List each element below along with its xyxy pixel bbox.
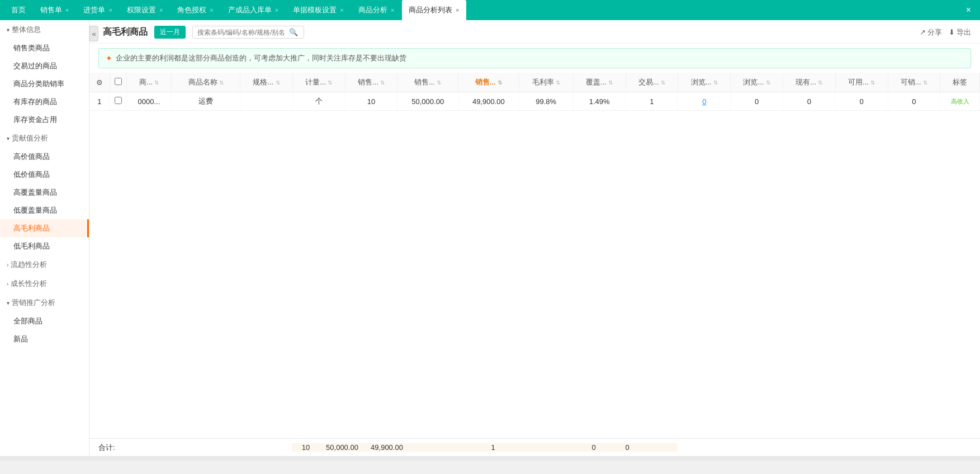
col-coverage: 覆盖... ⇅ xyxy=(573,73,626,92)
nav-close-sales[interactable]: × xyxy=(65,7,69,13)
cell-unit: 个 xyxy=(292,92,345,111)
share-button[interactable]: ↗ 分享 xyxy=(920,27,942,37)
sidebar-item-sales-goods[interactable]: 销售类商品 xyxy=(0,39,89,57)
sidebar-item-high-margin[interactable]: 高毛利商品 xyxy=(0,219,89,237)
sort-sales2-icon[interactable]: ⇅ xyxy=(437,79,441,86)
select-all-checkbox[interactable] xyxy=(115,78,122,85)
footer-available: 0 xyxy=(610,443,644,452)
tip-text: 企业的主要的利润都是这部分商品创造的，可考虑加大推广，同时关注库存是不要出现缺货 xyxy=(116,53,406,63)
table-header-row: ⚙ 商... ⇅ 商品名称 ⇅ xyxy=(89,73,980,92)
sidebar-item-high-value[interactable]: 高价值商品 xyxy=(0,148,89,166)
sidebar-item-low-coverage[interactable]: 低覆盖量商品 xyxy=(0,201,89,219)
sidebar-group-contribution[interactable]: ▾ 贡献值分析 xyxy=(0,129,89,148)
cell-tag: 高收入 xyxy=(940,92,980,111)
nav-product-inbound[interactable]: 产成品入库单 × xyxy=(221,0,285,20)
sort-trade-icon[interactable]: ⇅ xyxy=(661,79,665,86)
sort-name-icon[interactable]: ⇅ xyxy=(219,79,224,86)
row-checkbox[interactable] xyxy=(115,97,122,104)
horizontal-scrollbar[interactable] xyxy=(0,456,980,461)
nav-permission[interactable]: 权限设置 × xyxy=(120,0,169,20)
footer-stock: 0 xyxy=(577,443,610,452)
sort-coverage-icon[interactable]: ⇅ xyxy=(608,79,613,86)
cell-stock: 0 xyxy=(783,92,835,111)
cell-checkbox[interactable] xyxy=(110,92,126,111)
cell-browse1[interactable]: 0 xyxy=(678,92,731,111)
filter-button[interactable]: 近一月 xyxy=(154,26,186,39)
cell-coverage: 1.49% xyxy=(573,92,626,111)
tip-banner: ✦ 企业的主要的利润都是这部分商品创造的，可考虑加大推广，同时关注库存是不要出现… xyxy=(98,48,971,68)
nav-role[interactable]: 角色授权 × xyxy=(171,0,220,20)
sort-code-icon[interactable]: ⇅ xyxy=(154,79,159,86)
export-button[interactable]: ⬇ 导出 xyxy=(949,27,971,37)
cell-name: 运费 xyxy=(172,92,240,111)
nav-product-analysis-list[interactable]: 商品分析列表 × xyxy=(402,0,466,20)
arrow-overall-icon: ▾ xyxy=(7,27,10,33)
arrow-growth-icon: › xyxy=(7,281,8,287)
cell-sales3: 49,900.00 xyxy=(458,92,519,111)
footer-gross xyxy=(409,443,443,452)
nav-home[interactable]: 首页 xyxy=(4,0,32,20)
nav-close-product-inbound[interactable]: × xyxy=(275,7,278,13)
col-settings[interactable]: ⚙ xyxy=(89,73,110,92)
footer-label: 合计: xyxy=(98,443,143,453)
nav-close-purchase[interactable]: × xyxy=(108,7,112,13)
sidebar-collapse-button[interactable]: « xyxy=(89,26,98,41)
nav-close-template[interactable]: × xyxy=(340,7,343,13)
nav-template[interactable]: 单据模板设置 × xyxy=(286,0,350,20)
sidebar-item-low-margin[interactable]: 低毛利商品 xyxy=(0,237,89,255)
sort-sellable-icon[interactable]: ⇅ xyxy=(923,79,927,86)
col-stock: 现有... ⇅ xyxy=(783,73,835,92)
cell-available: 0 xyxy=(835,92,888,111)
sort-sales3-icon[interactable]: ⇅ xyxy=(498,79,502,86)
nav-purchase[interactable]: 进货单 × xyxy=(77,0,119,20)
col-sales3: 销售... ⇅ xyxy=(458,73,519,92)
sidebar-item-traded-goods[interactable]: 交易过的商品 xyxy=(0,57,89,75)
sidebar-group-overall[interactable]: ▾ 整体信息 xyxy=(0,20,89,39)
table-wrapper[interactable]: ⚙ 商... ⇅ 商品名称 ⇅ xyxy=(89,73,980,438)
nav-close-all-button[interactable]: × xyxy=(962,3,976,17)
sort-browse2-icon[interactable]: ⇅ xyxy=(766,79,770,86)
col-checkbox[interactable] xyxy=(110,73,126,92)
sidebar-item-stock-goods[interactable]: 有库存的商品 xyxy=(0,93,89,111)
settings-icon[interactable]: ⚙ xyxy=(96,78,103,87)
nav-close-permission[interactable]: × xyxy=(159,7,163,13)
footer-trade: 1 xyxy=(476,443,510,452)
nav-close-product-analysis-list[interactable]: × xyxy=(456,7,459,13)
sort-stock-icon[interactable]: ⇅ xyxy=(818,79,822,86)
col-gross-rate: 毛利率 ⇅ xyxy=(519,73,573,92)
search-box-container: 🔍 xyxy=(192,26,304,39)
cell-sales1: 10 xyxy=(345,92,397,111)
sidebar-group-marketing[interactable]: ▾ 营销推广分析 xyxy=(0,293,89,312)
nav-sales[interactable]: 销售单 × xyxy=(34,0,75,20)
search-input[interactable] xyxy=(197,29,287,36)
sidebar-item-low-value[interactable]: 低价值商品 xyxy=(0,166,89,184)
header-actions: ↗ 分享 ⬇ 导出 xyxy=(920,27,971,37)
search-icon[interactable]: 🔍 xyxy=(289,28,298,36)
sort-unit-icon[interactable]: ⇅ xyxy=(328,79,332,86)
sidebar-group-growth[interactable]: › 成长性分析 xyxy=(0,274,89,293)
sort-available-icon[interactable]: ⇅ xyxy=(870,79,875,86)
table-row: 1 0000... 运费 xyxy=(89,92,980,111)
sidebar-item-category-rate[interactable]: 商品分类助销率 xyxy=(0,75,89,93)
sidebar-item-new-goods[interactable]: 新品 xyxy=(0,330,89,348)
sidebar-item-high-coverage[interactable]: 高覆盖量商品 xyxy=(0,184,89,201)
sort-gross-icon[interactable]: ⇅ xyxy=(556,79,560,86)
cell-trade: 1 xyxy=(626,92,678,111)
top-nav: 首页 销售单 × 进货单 × 权限设置 × 角色授权 × 产成品入库单 × 单据… xyxy=(0,0,980,20)
nav-close-role[interactable]: × xyxy=(210,7,213,13)
sidebar-group-trend[interactable]: › 流趋性分析 xyxy=(0,255,89,274)
sort-sales1-icon[interactable]: ⇅ xyxy=(380,79,385,86)
sidebar-item-stock-capital[interactable]: 库存资金占用 xyxy=(0,111,89,129)
nav-close-product-analysis[interactable]: × xyxy=(391,7,394,13)
col-sales2: 销售... ⇅ xyxy=(397,73,458,92)
sidebar-item-all-goods[interactable]: 全部商品 xyxy=(0,312,89,330)
col-browse2: 浏览... ⇅ xyxy=(731,73,783,92)
sort-browse1-icon[interactable]: ⇅ xyxy=(713,79,718,86)
cell-sales2: 50,000.00 xyxy=(397,92,458,111)
footer-cells: 10 50,000.00 49,900.00 1 0 0 xyxy=(143,443,971,452)
export-icon: ⬇ xyxy=(949,28,955,36)
cell-index: 1 xyxy=(89,92,110,111)
nav-product-analysis[interactable]: 商品分析 × xyxy=(352,0,401,20)
sort-spec-icon[interactable]: ⇅ xyxy=(276,79,280,86)
content-area: « 高毛利商品 近一月 🔍 ↗ 分享 ⬇ 导出 ✦ xyxy=(89,20,980,456)
